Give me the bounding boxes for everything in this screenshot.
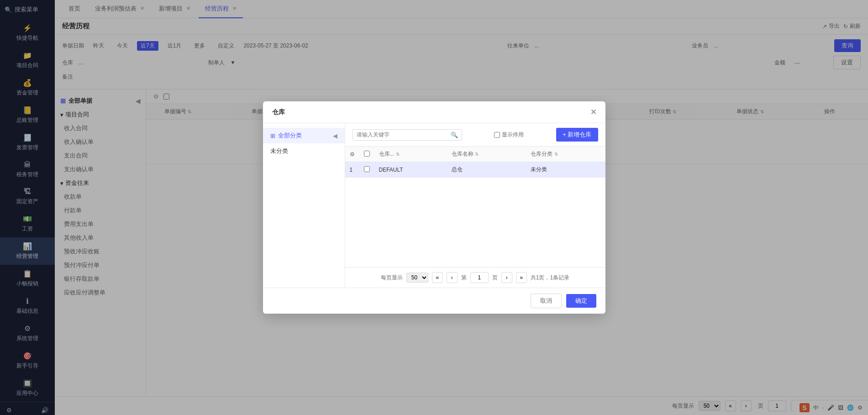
dialog-page-suffix: 页: [492, 274, 498, 282]
cancel-button[interactable]: 取消: [531, 294, 562, 308]
row-code: DEFAULT: [374, 162, 447, 178]
dialog-table-area: ⚙ 仓库... ⇅ 仓库名称 ⇅ 仓库分类 ⇅ 1 DEFA: [345, 147, 605, 267]
dialog-next-btn[interactable]: ›: [501, 272, 512, 283]
col-warehouse-name[interactable]: 仓库名称 ⇅: [447, 147, 526, 162]
dialog-left-uncategorized[interactable]: 未分类: [263, 143, 345, 159]
row-name: 总仓: [447, 162, 526, 178]
dialog-page-input[interactable]: [470, 272, 489, 283]
dialog-last-btn[interactable]: »: [516, 272, 527, 283]
dialog-body: ⊞ 全部分类 ◀ 未分类 🔍 显示停用: [263, 123, 605, 288]
dialog-overlay: 仓库 ✕ ⊞ 全部分类 ◀ 未分类 🔍: [0, 0, 868, 415]
col-warehouse-category[interactable]: 仓库分类 ⇅: [526, 147, 605, 162]
dialog-total: 共1页，1条记录: [531, 274, 569, 282]
select-all-warehouse[interactable]: [364, 151, 370, 157]
row-num: 1: [345, 162, 359, 178]
all-category-label: 全部分类: [278, 131, 302, 140]
confirm-button[interactable]: 确定: [566, 294, 596, 308]
search-icon-2: 🔍: [451, 131, 458, 138]
dialog-header: 仓库 ✕: [263, 101, 605, 123]
dialog-pagination: 每页显示 50 « ‹ 第 页 › » 共1页，1条记录: [345, 267, 605, 288]
warehouse-dialog: 仓库 ✕ ⊞ 全部分类 ◀ 未分类 🔍: [263, 101, 605, 314]
dialog-first-btn[interactable]: «: [432, 272, 443, 283]
collapse-left-btn[interactable]: ◀: [333, 132, 337, 139]
dialog-search-input[interactable]: [357, 131, 448, 138]
dialog-title: 仓库: [272, 108, 285, 116]
show-disabled-checkbox[interactable]: [494, 132, 500, 138]
col-check: [359, 147, 374, 162]
col-settings-2: ⚙: [345, 147, 359, 162]
dialog-close-button[interactable]: ✕: [590, 108, 596, 116]
table-row[interactable]: 1 DEFAULT 总仓 未分类: [345, 162, 605, 178]
dialog-toolbar: 🔍 显示停用 + 新增仓库: [345, 123, 605, 147]
dialog-search-box[interactable]: 🔍: [352, 129, 462, 141]
dialog-prev-btn[interactable]: ‹: [447, 272, 458, 283]
uncategorized-label: 未分类: [270, 147, 288, 155]
dialog-page-label: 第: [461, 274, 467, 282]
add-warehouse-button[interactable]: + 新增仓库: [556, 128, 598, 142]
dialog-right-panel: 🔍 显示停用 + 新增仓库 ⚙ 仓库... ⇅: [345, 123, 605, 288]
grid-icon-2: ⊞: [270, 132, 275, 139]
show-disabled-label: 显示停用: [502, 131, 524, 139]
row-check[interactable]: [359, 162, 374, 178]
dialog-per-page-select[interactable]: 50: [406, 273, 428, 283]
dialog-table: ⚙ 仓库... ⇅ 仓库名称 ⇅ 仓库分类 ⇅ 1 DEFA: [345, 147, 605, 178]
dialog-left-panel: ⊞ 全部分类 ◀ 未分类: [263, 123, 345, 288]
dialog-per-page-label: 每页显示: [381, 274, 403, 282]
row-category: 未分类: [526, 162, 605, 178]
col-warehouse-code[interactable]: 仓库... ⇅: [374, 147, 447, 162]
show-disabled-checkbox-wrapper[interactable]: 显示停用: [494, 131, 524, 139]
dialog-footer: 取消 确定: [263, 288, 605, 314]
dialog-left-all-category[interactable]: ⊞ 全部分类 ◀: [263, 128, 345, 143]
